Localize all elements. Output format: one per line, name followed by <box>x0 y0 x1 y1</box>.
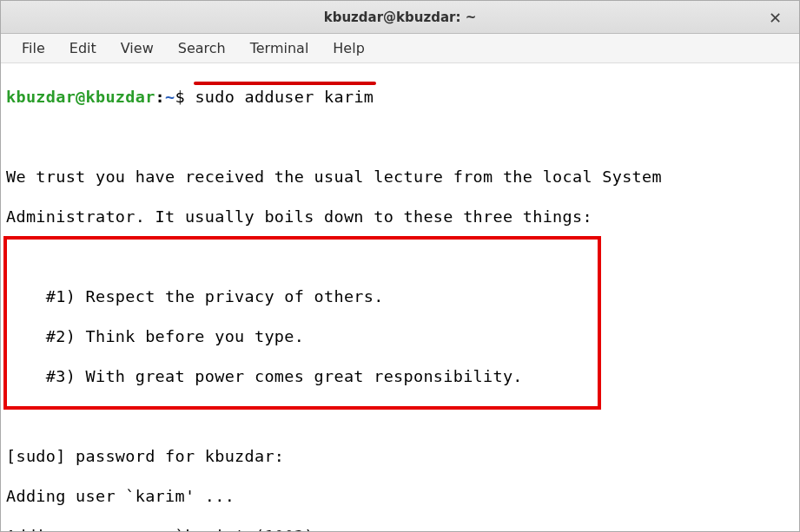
prompt-user-host: kbuzdar@kbuzdar <box>6 88 155 106</box>
menu-view[interactable]: View <box>109 35 166 62</box>
adduser-line-1: Adding user `karim' ... <box>6 486 794 506</box>
prompt-path: ~ <box>165 88 175 106</box>
rule-2: #2) Think before you type. <box>6 326 794 346</box>
lecture-line-2: Administrator. It usually boils down to … <box>6 207 794 227</box>
menubar: File Edit View Search Terminal Help <box>1 34 799 63</box>
command-input: sudo adduser karim <box>195 88 374 106</box>
titlebar: kbuzdar@kbuzdar: ~ ✕ <box>1 1 799 34</box>
lecture-line-1: We trust you have received the usual lec… <box>6 167 794 187</box>
menu-help[interactable]: Help <box>321 35 376 62</box>
menu-terminal[interactable]: Terminal <box>238 35 321 62</box>
window-title: kbuzdar@kbuzdar: ~ <box>324 10 477 25</box>
terminal-output[interactable]: kbuzdar@kbuzdar:~$ sudo adduser karim We… <box>1 63 799 532</box>
menu-file[interactable]: File <box>10 35 57 62</box>
command-underline-annotation <box>194 82 376 85</box>
menu-edit[interactable]: Edit <box>57 35 109 62</box>
rule-1: #1) Respect the privacy of others. <box>6 286 794 306</box>
adduser-line-2: Adding new group `karim' (1003) ... <box>6 526 794 532</box>
prompt-dollar: $ <box>175 88 195 106</box>
sudo-password-prompt: [sudo] password for kbuzdar: <box>6 446 794 466</box>
close-icon[interactable]: ✕ <box>764 6 787 28</box>
prompt-sep: : <box>155 88 165 106</box>
rule-3: #3) With great power comes great respons… <box>6 366 794 386</box>
menu-search[interactable]: Search <box>166 35 238 62</box>
